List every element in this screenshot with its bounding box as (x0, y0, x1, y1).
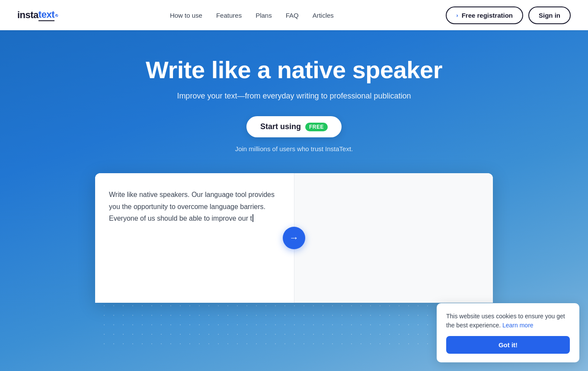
process-button[interactable]: → (283, 227, 305, 249)
hero-subtitle: Improve your text—from everyday writing … (177, 92, 411, 101)
demo-input-panel[interactable]: Write like native speakers. Our language… (95, 173, 294, 303)
arrow-right-icon: → (289, 232, 299, 244)
nav-actions: › Free registration Sign in (446, 6, 571, 24)
start-label: Start using (260, 122, 301, 131)
chevron-right-icon: › (456, 12, 458, 19)
demo-wrapper: Write like native speakers. Our language… (95, 173, 493, 303)
got-it-button[interactable]: Got it! (446, 336, 570, 354)
navbar: instatext⎋ How to use Features Plans FAQ… (0, 0, 588, 30)
hero-title: Write like a native speaker (146, 56, 442, 84)
cookie-banner: This website uses cookies to ensure you … (437, 303, 579, 362)
nav-how-to-use[interactable]: How to use (170, 12, 202, 19)
free-badge: FREE (305, 123, 328, 131)
nav-links: How to use Features Plans FAQ Articles (170, 12, 334, 19)
nav-plans[interactable]: Plans (256, 12, 272, 19)
demo-output-panel (294, 173, 493, 303)
nav-articles[interactable]: Articles (313, 12, 334, 19)
demo-input-text: Write like native speakers. Our language… (109, 191, 275, 222)
signin-button[interactable]: Sign in (528, 6, 571, 24)
logo-text: text (38, 9, 54, 21)
nav-features[interactable]: Features (216, 12, 242, 19)
nav-faq[interactable]: FAQ (286, 12, 299, 19)
register-label: Free registration (462, 12, 513, 19)
learn-more-link[interactable]: Learn more (502, 322, 534, 329)
logo[interactable]: instatext⎋ (17, 9, 58, 21)
register-button[interactable]: › Free registration (446, 6, 523, 24)
logo-icon: ⎋ (55, 13, 58, 18)
start-using-button[interactable]: Start using FREE (246, 116, 342, 137)
trust-text: Join millions of users who trust InstaTe… (235, 145, 353, 152)
text-cursor (252, 214, 253, 222)
cookie-text: This website uses cookies to ensure you … (446, 312, 570, 330)
logo-insta: insta (17, 10, 38, 21)
